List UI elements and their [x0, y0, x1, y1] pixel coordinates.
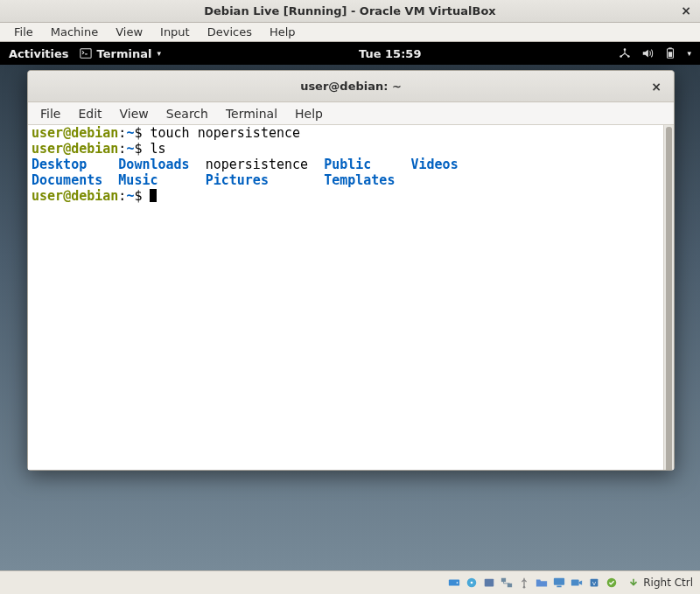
prompt-host: debian [71, 141, 118, 157]
svg-rect-17 [571, 580, 579, 586]
ls-item: Documents [32, 172, 102, 188]
cmd-line-2: ls [150, 141, 165, 157]
mouse-integration-icon[interactable] [605, 576, 619, 590]
svg-rect-0 [80, 49, 90, 59]
terminal-window: user@debian: ~ × File Edit View Search T… [27, 70, 675, 471]
terminal-menu-view[interactable]: View [111, 104, 158, 123]
terminal-scrollbar[interactable] [663, 125, 674, 470]
app-menu-label: Terminal [97, 47, 152, 60]
terminal-titlebar[interactable]: user@debian: ~ × [28, 71, 674, 102]
terminal-content[interactable]: user@debian:~$ touch nopersistence user@… [28, 125, 674, 204]
ls-item: Desktop [32, 157, 87, 172]
scrollbar-thumb[interactable] [666, 127, 672, 470]
cpu-icon[interactable]: V [587, 576, 601, 590]
prompt-user: user [32, 125, 63, 141]
guest-desktop: Activities Terminal ▾ Tue 15:59 ▾ [0, 42, 700, 570]
volume-icon [641, 47, 654, 59]
ls-item: Templates [324, 172, 395, 188]
prompt-user: user [32, 141, 63, 157]
shared-folder-icon[interactable] [535, 576, 549, 590]
prompt-sym: $ [134, 141, 150, 157]
cmd-line-1: touch nopersistence [150, 125, 300, 141]
vbox-menu-help[interactable]: Help [261, 24, 304, 40]
ls-item: Downloads [118, 157, 189, 172]
terminal-menu-file[interactable]: File [32, 104, 69, 123]
terminal-menu-edit[interactable]: Edit [69, 104, 110, 123]
gnome-topbar: Activities Terminal ▾ Tue 15:59 ▾ [0, 42, 700, 65]
prompt-user: user [32, 188, 63, 204]
audio-icon[interactable] [482, 576, 496, 590]
svg-rect-12 [501, 578, 506, 582]
svg-rect-5 [669, 47, 673, 48]
network-icon [619, 47, 631, 59]
host-key-indicator[interactable]: Right Ctrl [627, 577, 693, 589]
terminal-menu-help[interactable]: Help [286, 104, 332, 123]
ls-item: Pictures [206, 172, 269, 188]
vbox-titlebar[interactable]: Debian Live [Running] - Oracle VM Virtua… [0, 0, 700, 23]
prompt-host: debian [71, 125, 118, 141]
prompt-at: @ [63, 188, 71, 204]
prompt-host: debian [71, 188, 118, 204]
prompt-sym: $ [134, 125, 150, 141]
cursor [150, 189, 157, 202]
arrow-down-icon [627, 577, 640, 589]
vbox-menu-machine[interactable]: Machine [42, 24, 107, 40]
chevron-down-icon: ▾ [687, 49, 691, 58]
svg-point-14 [523, 586, 526, 589]
terminal-menu-search[interactable]: Search [158, 104, 217, 123]
vbox-close-button[interactable]: × [679, 3, 693, 17]
svg-rect-15 [554, 578, 564, 585]
recording-icon[interactable] [570, 576, 584, 590]
activities-button[interactable]: Activities [9, 47, 69, 60]
vbox-menu-file[interactable]: File [5, 24, 42, 40]
ls-item: nopersistence [206, 157, 308, 172]
terminal-app-icon [80, 47, 92, 59]
terminal-menubar: File Edit View Search Terminal Help [28, 102, 674, 125]
ls-item: Music [118, 172, 158, 188]
hdd-icon[interactable] [447, 576, 461, 590]
system-status-area[interactable]: ▾ [619, 47, 691, 59]
display-icon[interactable] [552, 576, 566, 590]
app-menu-button[interactable]: Terminal ▾ [80, 47, 161, 60]
svg-rect-11 [485, 579, 494, 587]
clock-label[interactable]: Tue 15:59 [359, 47, 421, 60]
prompt-at: @ [63, 141, 71, 157]
vbox-title: Debian Live [Running] - Oracle VM Virtua… [204, 4, 496, 17]
terminal-close-button[interactable]: × [648, 78, 665, 95]
vbox-menu-view[interactable]: View [107, 24, 151, 40]
vbox-statusbar: V Right Ctrl [0, 570, 700, 594]
ls-item: Videos [411, 157, 458, 172]
terminal-menu-terminal[interactable]: Terminal [217, 104, 286, 123]
vbox-menu-devices[interactable]: Devices [199, 24, 261, 40]
vbox-menu-input[interactable]: Input [151, 24, 199, 40]
svg-rect-13 [508, 584, 512, 587]
svg-rect-6 [668, 52, 672, 57]
svg-point-8 [457, 582, 458, 584]
prompt-sym: $ [134, 188, 150, 204]
svg-rect-16 [557, 586, 562, 588]
ls-item: Public [324, 157, 371, 172]
terminal-body[interactable]: user@debian:~$ touch nopersistence user@… [28, 125, 674, 470]
optical-icon[interactable] [465, 576, 479, 590]
battery-icon [664, 47, 676, 59]
prompt-at: @ [63, 125, 71, 141]
vbox-menubar: File Machine View Input Devices Help [0, 23, 700, 42]
terminal-title: user@debian: ~ [300, 80, 402, 93]
network-status-icon[interactable] [500, 576, 514, 590]
host-key-label: Right Ctrl [643, 577, 693, 589]
svg-point-10 [471, 582, 473, 584]
usb-icon[interactable] [517, 576, 531, 590]
